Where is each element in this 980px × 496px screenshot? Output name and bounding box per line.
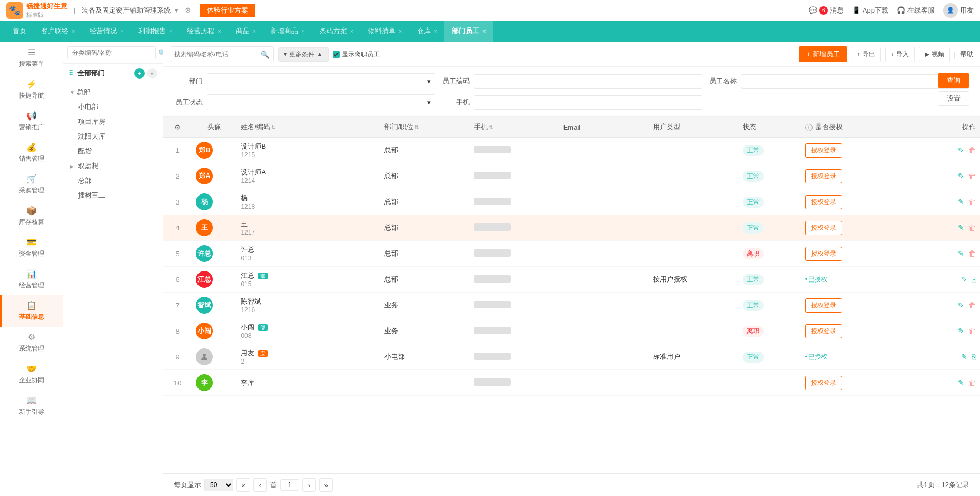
close-icon[interactable]: × bbox=[72, 28, 75, 34]
delete-icon[interactable]: 🗑 bbox=[968, 378, 976, 387]
tab-home[interactable]: 首页 bbox=[5, 21, 34, 42]
gear-icon[interactable]: ⚙ bbox=[185, 6, 191, 14]
edit-icon[interactable]: ✎ bbox=[958, 146, 964, 154]
delete-icon[interactable]: 🗑 bbox=[968, 249, 976, 258]
edit-icon[interactable]: ✎ bbox=[958, 327, 964, 335]
sidebar-item-business[interactable]: 📊 经营管理 bbox=[0, 264, 63, 295]
auth-login-btn[interactable]: 授权登录 bbox=[805, 221, 842, 235]
th-settings[interactable]: ⚙ bbox=[163, 117, 192, 138]
close-icon[interactable]: × bbox=[169, 28, 172, 34]
per-page-select[interactable]: 50 100 200 bbox=[204, 479, 233, 491]
online-service-btn[interactable]: 🎧 在线客服 bbox=[897, 6, 935, 15]
close-icon[interactable]: × bbox=[217, 28, 221, 34]
tab-bom[interactable]: 物料清单× bbox=[361, 21, 409, 42]
auth-login-btn[interactable]: 授权登录 bbox=[805, 169, 842, 183]
dept-node-xiaodibu[interactable]: 小电部 bbox=[63, 100, 163, 114]
copy-icon[interactable]: ⎘ bbox=[972, 275, 976, 284]
tab-history[interactable]: 经营历程× bbox=[180, 21, 228, 42]
dept-node-shuanglvxiang[interactable]: ▶ 双虑想 bbox=[63, 159, 163, 173]
delete-icon[interactable]: 🗑 bbox=[968, 223, 976, 232]
auth-login-btn[interactable]: 授权登录 bbox=[805, 195, 842, 209]
edit-icon[interactable]: ✎ bbox=[958, 301, 964, 309]
more-filter-btn[interactable]: ▾ 更多条件 ▲ bbox=[278, 47, 329, 62]
edit-icon[interactable]: ✎ bbox=[958, 249, 964, 258]
delete-icon[interactable]: 🗑 bbox=[968, 146, 976, 154]
status-select[interactable]: ▾ bbox=[207, 94, 435, 110]
tab-warehouse[interactable]: 仓库× bbox=[410, 21, 444, 42]
close-icon[interactable]: × bbox=[350, 28, 353, 34]
info-icon[interactable]: i bbox=[805, 124, 813, 131]
dept-select[interactable]: ▾ bbox=[207, 73, 435, 89]
first-page-btn[interactable]: « bbox=[236, 478, 250, 492]
dept-node-zonbu2[interactable]: 总部 bbox=[63, 173, 163, 188]
dept-node-shenyang[interactable]: 沈阳大库 bbox=[63, 129, 163, 144]
tab-add-goods[interactable]: 新增商品× bbox=[263, 21, 312, 42]
chevron-down-icon[interactable]: ▾ bbox=[175, 6, 179, 14]
auth-login-btn[interactable]: 授权登录 bbox=[805, 298, 842, 313]
sidebar-item-basic-info[interactable]: 📋 基础信息 bbox=[0, 295, 63, 327]
sidebar-item-sales[interactable]: 💰 销售管理 bbox=[0, 137, 63, 169]
delete-icon[interactable]: 🗑 bbox=[968, 301, 976, 309]
tab-goods[interactable]: 商品× bbox=[229, 21, 263, 42]
add-employee-btn[interactable]: + 新增员工 bbox=[799, 46, 847, 62]
message-btn[interactable]: 💬 6 消息 bbox=[809, 6, 844, 15]
tab-customer[interactable]: 客户联络× bbox=[34, 21, 82, 42]
edit-icon[interactable]: ✎ bbox=[958, 172, 964, 180]
tab-barcode[interactable]: 条码方案× bbox=[312, 21, 361, 42]
next-page-btn[interactable]: › bbox=[302, 478, 316, 492]
sidebar-item-system[interactable]: ⚙ 系统管理 bbox=[0, 327, 63, 358]
dept-collapse-icon[interactable]: « bbox=[147, 68, 157, 79]
edit-icon[interactable]: ✎ bbox=[961, 353, 967, 361]
auth-login-btn[interactable]: 授权登录 bbox=[805, 376, 842, 390]
page-input[interactable] bbox=[280, 479, 299, 491]
th-phone[interactable]: 手机 ⇅ bbox=[470, 117, 559, 138]
last-page-btn[interactable]: » bbox=[319, 478, 333, 492]
close-icon[interactable]: × bbox=[120, 28, 123, 34]
delete-icon[interactable]: 🗑 bbox=[968, 327, 976, 335]
th-dept[interactable]: 部门/职位 ⇅ bbox=[380, 117, 470, 138]
trial-btn[interactable]: 体验行业方案 bbox=[200, 4, 255, 17]
dept-node-zonbu[interactable]: ▼ 总部 bbox=[63, 85, 163, 100]
app-download-btn[interactable]: 📱 App下载 bbox=[852, 6, 888, 15]
sidebar-item-marketing[interactable]: 📢 营销推广 bbox=[0, 105, 63, 137]
sidebar-item-enterprise[interactable]: 🤝 企业协同 bbox=[0, 358, 63, 390]
auth-login-btn[interactable]: 授权登录 bbox=[805, 247, 842, 261]
export-btn[interactable]: ↑ 导出 bbox=[852, 47, 881, 62]
close-icon[interactable]: × bbox=[434, 28, 437, 34]
edit-icon[interactable]: ✎ bbox=[961, 275, 967, 284]
copy-icon[interactable]: ⎘ bbox=[972, 353, 976, 361]
delete-icon[interactable]: 🗑 bbox=[968, 198, 976, 206]
delete-icon[interactable]: 🗑 bbox=[968, 172, 976, 180]
video-btn[interactable]: ▶ 视频 bbox=[919, 47, 950, 62]
tab-profit[interactable]: 利润报告× bbox=[131, 21, 180, 42]
tab-operation[interactable]: 经营情况× bbox=[82, 21, 131, 42]
dept-search-input[interactable] bbox=[67, 46, 156, 59]
close-icon[interactable]: × bbox=[482, 28, 486, 34]
close-icon[interactable]: × bbox=[253, 28, 256, 34]
tab-dept-staff[interactable]: 部门员工× bbox=[444, 21, 493, 42]
import-btn[interactable]: ↓ 导入 bbox=[885, 47, 915, 62]
sidebar-item-guide[interactable]: 📖 新手引导 bbox=[0, 390, 63, 422]
edit-icon[interactable]: ✎ bbox=[958, 198, 964, 206]
search-filter-icon[interactable]: 🔍 bbox=[261, 51, 269, 59]
show-leave-checkbox[interactable] bbox=[333, 51, 340, 58]
user-area[interactable]: 👤 用友 bbox=[943, 3, 974, 18]
empcode-input[interactable] bbox=[474, 74, 702, 89]
search-filter-input[interactable] bbox=[174, 51, 259, 58]
edit-icon[interactable]: ✎ bbox=[958, 378, 964, 387]
dept-node-chashuwang[interactable]: 插树王二 bbox=[63, 188, 163, 203]
dept-node-xiangli[interactable]: 项目库房 bbox=[63, 114, 163, 129]
auth-login-btn[interactable]: 授权登录 bbox=[805, 324, 842, 338]
auth-login-btn[interactable]: 授权登录 bbox=[805, 143, 842, 158]
edit-icon[interactable]: ✎ bbox=[958, 223, 964, 232]
setting-btn[interactable]: 设置 bbox=[938, 91, 969, 106]
empname-input[interactable] bbox=[741, 74, 969, 89]
close-icon[interactable]: × bbox=[301, 28, 304, 34]
sidebar-item-quick-nav[interactable]: ⚡ 快捷导航 bbox=[0, 74, 63, 105]
dept-add-icon[interactable]: + bbox=[134, 68, 145, 79]
help-btn[interactable]: 帮助 bbox=[960, 50, 974, 59]
sidebar-item-finance[interactable]: 💳 资金管理 bbox=[0, 232, 63, 264]
sidebar-item-search[interactable]: ☰ 搜索菜单 bbox=[0, 42, 63, 74]
show-leave-checkbox-wrap[interactable]: 显示离职员工 bbox=[333, 50, 380, 59]
dept-node-peihuo[interactable]: 配货 bbox=[63, 144, 163, 159]
